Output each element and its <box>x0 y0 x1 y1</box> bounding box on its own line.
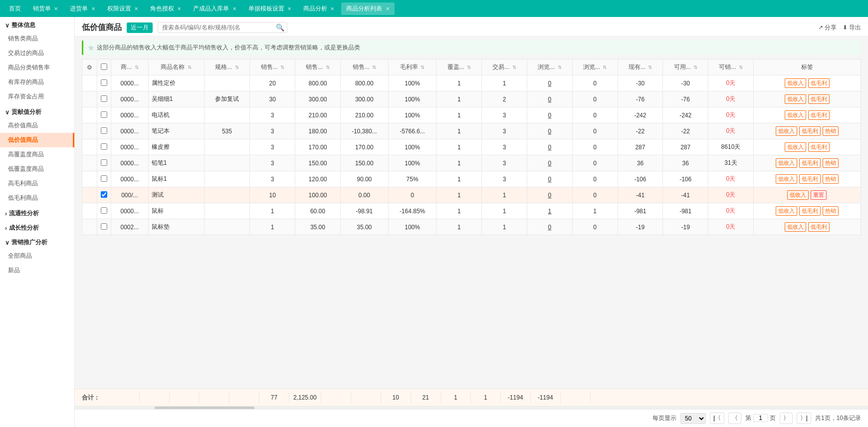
nav-item-home[interactable]: 首页 <box>4 2 26 15</box>
col-tags[interactable]: 标签 <box>753 59 861 75</box>
cell-browse1[interactable]: 0 <box>527 219 573 235</box>
page-number-input[interactable] <box>753 414 768 422</box>
main-layout: ∨ 整体信息 销售类商品 交易过的商品 商品分类销售率 有库存的商品 库存资金占… <box>0 17 868 427</box>
nav-close-permissions[interactable]: ✕ <box>134 6 138 11</box>
col-margin[interactable]: 毛利率 ⇅ <box>388 59 436 75</box>
sidebar-item-sales-goods[interactable]: 销售类商品 <box>0 31 74 46</box>
nav-item-permissions[interactable]: 权限设置 ✕ <box>102 2 143 15</box>
row-checkbox[interactable] <box>101 127 107 134</box>
col-stock[interactable]: 现有... ⇅ <box>618 59 663 75</box>
cell-checkbox[interactable] <box>97 107 111 123</box>
cell-transaction: 1 <box>482 219 527 235</box>
sidebar-group-marketing[interactable]: ∨ 营销推广分析 <box>0 234 74 249</box>
nav-item-goods-analysis[interactable]: 商品分析 ✕ <box>298 2 339 15</box>
col-sales1[interactable]: 销售... ⇅ <box>250 59 295 75</box>
cell-browse1[interactable]: 0 <box>527 155 573 171</box>
col-transaction[interactable]: 交易... ⇅ <box>482 59 527 75</box>
sidebar-item-new-goods[interactable]: 新品 <box>0 263 74 278</box>
nav-item-template[interactable]: 单据模板设置 ✕ <box>243 2 296 15</box>
nav-item-role-auth[interactable]: 角色授权 ✕ <box>145 2 186 15</box>
sidebar-item-stock-goods[interactable]: 有库存的商品 <box>0 75 74 89</box>
col-code[interactable]: 商... ⇅ <box>111 59 149 75</box>
nav-item-sales[interactable]: 销货单 ✕ <box>28 2 63 15</box>
last-page-btn[interactable]: 〉| <box>797 413 811 424</box>
cell-checkbox[interactable] <box>97 187 111 203</box>
nav-close-product-entry[interactable]: ✕ <box>232 6 236 11</box>
col-name[interactable]: 商品名称 ⇅ <box>148 59 204 75</box>
cell-browse1[interactable]: 1 <box>527 203 573 219</box>
prev-page-btn[interactable]: 〈 <box>728 413 741 424</box>
export-button[interactable]: ⬇ 导出 <box>843 23 861 32</box>
cell-browse1[interactable]: 0 <box>527 187 573 203</box>
cell-margin: 100% <box>388 91 436 107</box>
col-sales3[interactable]: 销售... ⇅ <box>340 59 388 75</box>
row-checkbox[interactable] <box>101 95 107 102</box>
cell-checkbox[interactable] <box>97 171 111 187</box>
search-icon[interactable]: 🔍 <box>276 23 284 31</box>
nav-close-goods-analysis[interactable]: ✕ <box>330 6 334 11</box>
search-input[interactable] <box>158 22 287 33</box>
cell-browse1[interactable]: 0 <box>527 171 573 187</box>
row-checkbox[interactable] <box>101 111 107 118</box>
col-available[interactable]: 可用... ⇅ <box>663 59 708 75</box>
row-checkbox[interactable] <box>101 223 107 230</box>
sidebar-item-traded-goods[interactable]: 交易过的商品 <box>0 46 74 60</box>
col-browse2[interactable]: 浏览... ⇅ <box>572 59 618 75</box>
col-browse1[interactable]: 浏览... ⇅ <box>527 59 573 75</box>
sidebar-group-circulation[interactable]: › 流通性分析 <box>0 205 74 220</box>
cell-browse1[interactable]: 0 <box>527 107 573 123</box>
tag: 低毛利 <box>799 126 821 136</box>
row-checkbox[interactable] <box>101 159 107 166</box>
row-checkbox[interactable] <box>101 79 107 86</box>
row-checkbox[interactable] <box>101 175 107 182</box>
nav-close-role-auth[interactable]: ✕ <box>177 6 181 11</box>
period-button[interactable]: 近一月 <box>127 22 153 33</box>
nav-close-template[interactable]: ✕ <box>287 6 291 11</box>
sidebar-item-low-value[interactable]: 低价值商品 <box>0 133 74 147</box>
first-page-btn[interactable]: |〈 <box>710 413 724 424</box>
cell-checkbox[interactable] <box>97 203 111 219</box>
col-checkbox[interactable] <box>97 59 111 75</box>
sidebar-item-high-margin[interactable]: 高毛利商品 <box>0 176 74 191</box>
col-coverage[interactable]: 覆盖... ⇅ <box>436 59 482 75</box>
sidebar-item-low-coverage[interactable]: 低覆盖度商品 <box>0 162 74 176</box>
sidebar-item-low-margin[interactable]: 低毛利商品 <box>0 191 74 205</box>
nav-close-sales[interactable]: ✕ <box>54 6 58 11</box>
cell-checkbox[interactable] <box>97 75 111 91</box>
nav-item-purchase[interactable]: 进货单 ✕ <box>65 2 100 15</box>
col-saleable[interactable]: 可销... ⇅ <box>708 59 754 75</box>
table-row: 000/... 测试 10 100.00 0.00 0 1 1 0 0 -41 … <box>82 187 861 203</box>
sidebar-item-high-value[interactable]: 高价值商品 <box>0 118 74 133</box>
sidebar-item-high-coverage[interactable]: 高覆盖度商品 <box>0 147 74 162</box>
cell-browse1[interactable]: 0 <box>527 123 573 139</box>
cell-checkbox[interactable] <box>97 139 111 155</box>
sidebar-item-stock-capital[interactable]: 库存资金占用 <box>0 89 74 104</box>
cell-checkbox[interactable] <box>97 91 111 107</box>
cell-checkbox[interactable] <box>97 123 111 139</box>
cell-browse1[interactable]: 0 <box>527 91 573 107</box>
nav-item-product-entry[interactable]: 产成品入库单 ✕ <box>188 2 241 15</box>
next-page-btn[interactable]: 〉 <box>780 413 793 424</box>
sidebar-item-category-sales-rate[interactable]: 商品分类销售率 <box>0 60 74 75</box>
row-checkbox[interactable] <box>101 207 107 214</box>
nav-item-goods-list[interactable]: 商品分析列表 ✕ <box>341 2 394 15</box>
table-container[interactable]: ⚙ 商... ⇅ 商品名称 ⇅ 规格... ⇅ 销售... ⇅ 销售... ⇅ … <box>75 59 868 389</box>
cell-checkbox[interactable] <box>97 155 111 171</box>
sidebar-group-contribution[interactable]: ∨ 贡献值分析 <box>0 104 74 118</box>
nav-close-purchase[interactable]: ✕ <box>91 6 95 11</box>
sidebar-item-all-goods[interactable]: 全部商品 <box>0 249 74 263</box>
col-spec[interactable]: 规格... ⇅ <box>204 59 250 75</box>
sidebar-group-overview[interactable]: ∨ 整体信息 <box>0 17 74 31</box>
sidebar-group-growth[interactable]: › 成长性分析 <box>0 220 74 234</box>
page-size-select[interactable]: 50 100 200 <box>680 413 706 424</box>
nav-close-goods-list[interactable]: ✕ <box>386 6 390 11</box>
cell-checkbox[interactable] <box>97 219 111 235</box>
row-checkbox[interactable] <box>101 143 107 150</box>
col-settings[interactable]: ⚙ <box>82 59 97 75</box>
cell-browse1[interactable]: 0 <box>527 139 573 155</box>
row-checkbox[interactable] <box>101 191 107 198</box>
col-sales2[interactable]: 销售... ⇅ <box>295 59 341 75</box>
select-all-checkbox[interactable] <box>101 63 107 70</box>
cell-browse1[interactable]: 0 <box>527 75 573 91</box>
share-button[interactable]: ↗ 分享 <box>818 23 837 32</box>
